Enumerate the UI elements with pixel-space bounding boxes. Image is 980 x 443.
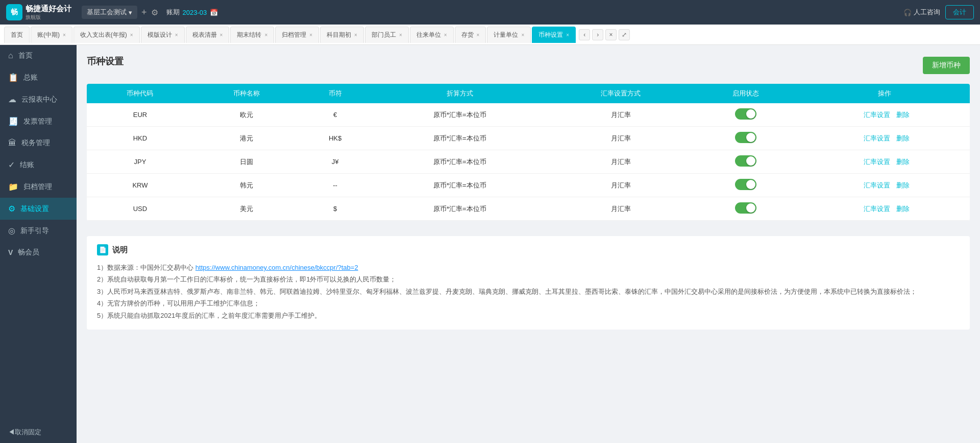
tab-currency[interactable]: 币种设置 × xyxy=(532,27,576,43)
tab-subject-init[interactable]: 科目期初 × xyxy=(320,27,364,43)
sidebar-item-checkout[interactable]: ✓ 结账 xyxy=(0,154,77,176)
rate-settings-link[interactable]: 汇率设置 xyxy=(864,181,890,189)
tab-prev-button[interactable]: ‹ xyxy=(579,29,590,40)
tab-close[interactable]: × xyxy=(63,32,66,38)
tab-expand-button[interactable]: ⤢ xyxy=(619,29,630,40)
tab-close-all-button[interactable]: × xyxy=(605,29,617,40)
tab-home[interactable]: 首页 xyxy=(4,27,30,43)
cell-calc: 原币*汇率=本位币 xyxy=(370,174,549,197)
tab-inventory[interactable]: 存货 × xyxy=(455,27,486,43)
table-row: JPY 日圆 J¥ 原币*汇率=本位币 月汇率 汇率设置 删除 xyxy=(87,150,970,174)
archive-icon: 📁 xyxy=(8,182,18,192)
toggle-track[interactable] xyxy=(735,132,756,143)
notes-link[interactable]: https://www.chinamoney.com.cn/chinese/bk… xyxy=(195,264,358,271)
table-row: USD 美元 $ 原币*汇率=本位币 月汇率 汇率设置 删除 xyxy=(87,197,970,221)
cell-rate-method: 月汇率 xyxy=(549,197,692,221)
cell-symbol: € xyxy=(300,103,370,127)
logo-icon: 畅 xyxy=(6,4,22,20)
cell-actions: 汇率设置 删除 xyxy=(799,127,970,150)
tab-close[interactable]: × xyxy=(444,32,447,38)
cell-status xyxy=(693,127,799,150)
top-bar: 畅 畅捷通好会计 旗舰版 基层工会测试 ▾ + ⚙ 账期 2023-03 📅 🎧… xyxy=(0,0,980,25)
pin-toggle[interactable]: ◀取消固定 xyxy=(0,422,77,443)
tab-close[interactable]: × xyxy=(521,32,524,38)
toggle-switch[interactable] xyxy=(735,179,756,190)
account-button[interactable]: 会计 xyxy=(945,5,974,19)
sidebar-item-member[interactable]: V 畅会员 xyxy=(0,242,77,263)
cell-rate-method: 月汇率 xyxy=(549,150,692,174)
tab-income[interactable]: 收入支出表(年报) × xyxy=(74,27,140,43)
rate-settings-link[interactable]: 汇率设置 xyxy=(864,205,890,213)
sidebar-item-reports[interactable]: ☁ 云报表中心 xyxy=(0,88,77,110)
tab-close[interactable]: × xyxy=(220,32,223,38)
sidebar-item-ledger[interactable]: 📋 总账 xyxy=(0,66,77,88)
tab-close[interactable]: × xyxy=(477,32,480,38)
tab-close[interactable]: × xyxy=(130,32,133,38)
settings-icon[interactable]: ⚙ xyxy=(151,8,158,17)
tab-archive[interactable]: 归档管理 × xyxy=(275,27,319,43)
tab-close[interactable]: × xyxy=(309,32,312,38)
sidebar-item-home[interactable]: ⌂ 首页 xyxy=(0,45,77,66)
notes-list: 1）数据来源：中国外汇交易中心 https://www.chinamoney.c… xyxy=(97,262,960,321)
sidebar-item-tax[interactable]: 🏛 税务管理 xyxy=(0,132,77,154)
toggle-switch[interactable] xyxy=(735,155,756,167)
notes-icon: 📄 xyxy=(97,244,108,255)
tab-close[interactable]: × xyxy=(264,32,267,38)
table-row: EUR 欧元 € 原币*汇率=本位币 月汇率 汇率设置 删除 xyxy=(87,103,970,127)
tab-ledger-mid[interactable]: 账(中期) × xyxy=(31,27,72,43)
cell-code: EUR xyxy=(87,103,193,127)
tab-next-button[interactable]: › xyxy=(592,29,603,40)
invoice-icon: 🧾 xyxy=(8,116,18,126)
cell-status xyxy=(693,197,799,221)
delete-link[interactable]: 删除 xyxy=(896,158,910,166)
tab-clients[interactable]: 往来单位 × xyxy=(410,27,454,43)
calendar-icon[interactable]: 📅 xyxy=(210,9,218,16)
sidebar-item-guide[interactable]: ◎ 新手引导 xyxy=(0,220,77,242)
guide-icon: ◎ xyxy=(8,226,15,236)
support-button[interactable]: 🎧 人工咨询 xyxy=(903,8,940,17)
cell-symbol: -- xyxy=(300,174,370,197)
sidebar-item-settings[interactable]: ⚙ 基础设置 xyxy=(0,198,77,220)
delete-link[interactable]: 删除 xyxy=(896,134,910,142)
page-title: 币种设置 xyxy=(87,55,124,67)
delete-link[interactable]: 删除 xyxy=(896,205,910,213)
toggle-thumb xyxy=(746,109,755,119)
tab-close[interactable]: × xyxy=(354,32,357,38)
delete-link[interactable]: 删除 xyxy=(896,111,910,119)
delete-link[interactable]: 删除 xyxy=(896,181,910,189)
rate-settings-link[interactable]: 汇率设置 xyxy=(864,111,890,119)
add-icon[interactable]: + xyxy=(141,7,147,18)
tab-template[interactable]: 模版设计 × xyxy=(141,27,185,43)
toggle-track[interactable] xyxy=(735,155,756,167)
rate-settings-link[interactable]: 汇率设置 xyxy=(864,158,890,166)
toggle-track[interactable] xyxy=(735,202,756,214)
sidebar-item-archive[interactable]: 📁 归档管理 xyxy=(0,176,77,198)
toggle-track[interactable] xyxy=(735,108,756,120)
tab-close[interactable]: × xyxy=(175,32,178,38)
rate-settings-link[interactable]: 汇率设置 xyxy=(864,134,890,142)
company-selector[interactable]: 基层工会测试 ▾ xyxy=(82,6,137,19)
cell-rate-method: 月汇率 xyxy=(549,174,692,197)
cell-name: 日圆 xyxy=(193,150,300,174)
cell-actions: 汇率设置 删除 xyxy=(799,103,970,127)
tab-close[interactable]: × xyxy=(399,32,402,38)
tab-close-active[interactable]: × xyxy=(566,32,569,38)
toggle-switch[interactable] xyxy=(735,108,756,120)
toggle-switch[interactable] xyxy=(735,202,756,214)
tab-units[interactable]: 计量单位 × xyxy=(487,27,531,43)
sidebar-item-invoice[interactable]: 🧾 发票管理 xyxy=(0,110,77,132)
tab-period-end[interactable]: 期末结转 × xyxy=(230,27,274,43)
tab-bar: 首页 账(中期) × 收入支出表(年报) × 模版设计 × 税表清册 × 期末结… xyxy=(0,25,980,45)
col-header-rate: 汇率设置方式 xyxy=(549,84,692,103)
period-label: 账期 xyxy=(166,8,180,17)
cell-name: 港元 xyxy=(193,127,300,150)
tab-dept[interactable]: 部门员工 × xyxy=(365,27,409,43)
tab-tax[interactable]: 税表清册 × xyxy=(186,27,230,43)
cell-actions: 汇率设置 删除 xyxy=(799,197,970,221)
cell-symbol: J¥ xyxy=(300,150,370,174)
toggle-switch[interactable] xyxy=(735,132,756,143)
toggle-track[interactable] xyxy=(735,179,756,190)
new-currency-button[interactable]: 新增币种 xyxy=(923,57,970,74)
cell-name: 美元 xyxy=(193,197,300,221)
note-item: 2）系统自动获取每月第一个工作日的汇率标价，统一为直接标价法，即1外币可以兑换的… xyxy=(97,273,960,285)
